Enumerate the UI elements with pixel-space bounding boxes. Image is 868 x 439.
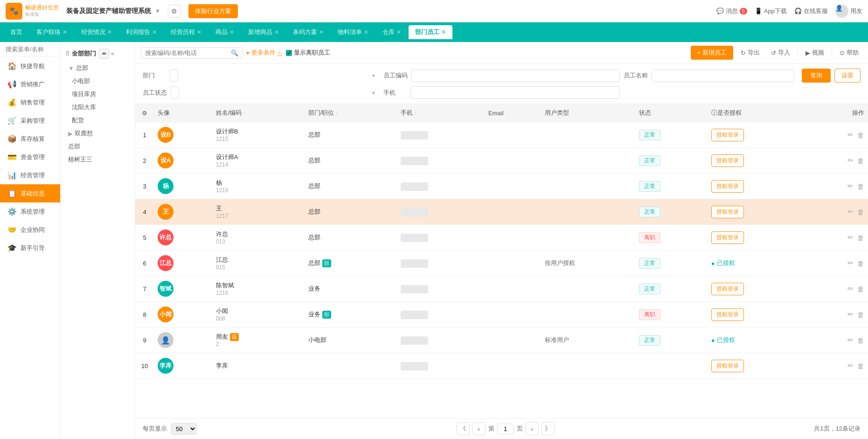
sidebar-item-basic[interactable]: 📋 基础信息 xyxy=(0,184,60,202)
auth-button[interactable]: 授权登录 xyxy=(711,154,744,167)
sidebar-item-business[interactable]: 📊 经营管理 xyxy=(0,166,60,184)
edit-btn[interactable]: ✏ xyxy=(847,208,854,216)
sidebar-item-inventory[interactable]: 📦 库存核算 xyxy=(0,130,60,148)
delete-btn[interactable]: 🗑 xyxy=(857,259,864,267)
sidebar-item-quicknav[interactable]: 🏠 快捷导航 xyxy=(0,57,60,75)
import-button[interactable]: ↺ 导入 xyxy=(767,47,794,59)
prev-page-btn[interactable]: ‹ xyxy=(472,422,486,435)
more-filter-btn[interactable]: ▾ 更多条件 △ xyxy=(246,49,282,57)
edit-dept-btn[interactable]: ✏ xyxy=(99,49,109,59)
col-settings[interactable]: ⚙ xyxy=(135,104,154,122)
col-dept[interactable]: 部门/职位 xyxy=(305,104,397,122)
auth-button[interactable]: 授权登录 xyxy=(711,180,744,193)
tab-barcode[interactable]: 条码方案 ✕ xyxy=(286,25,330,39)
dept-item-zongbu[interactable]: 总部 xyxy=(61,140,135,153)
dept-select[interactable] xyxy=(170,70,178,82)
app-download-btn[interactable]: 📱 App下载 xyxy=(755,7,787,15)
tab-department[interactable]: 部门员工 ✕ xyxy=(409,25,452,39)
search-input[interactable] xyxy=(145,49,229,56)
sidebar-item-marketing[interactable]: 📢 营销推广 xyxy=(0,75,60,93)
edit-btn[interactable]: ✏ xyxy=(847,362,854,370)
delete-btn[interactable]: 🗑 xyxy=(857,362,864,370)
delete-btn[interactable]: 🗑 xyxy=(857,208,864,216)
dept-item-xiaodian[interactable]: 小电部 xyxy=(67,75,135,88)
message-btn[interactable]: 💬 消息 5 xyxy=(716,7,747,15)
edit-btn[interactable]: ✏ xyxy=(847,310,854,319)
status-select[interactable] xyxy=(171,86,179,99)
phone-input[interactable] xyxy=(410,86,620,99)
employee-name-input[interactable] xyxy=(652,70,794,82)
close-icon[interactable]: ✕ xyxy=(197,29,201,35)
delete-btn[interactable]: 🗑 xyxy=(857,336,864,344)
auth-button[interactable]: 授权登录 xyxy=(711,360,744,372)
edit-btn[interactable]: ✏ xyxy=(847,259,854,267)
tab-profit[interactable]: 利润报告 ✕ xyxy=(119,25,163,39)
first-page-btn[interactable]: 《 xyxy=(457,422,470,435)
auth-button[interactable]: 授权登录 xyxy=(711,206,744,218)
export-button[interactable]: ↻ 导出 xyxy=(737,47,764,59)
tab-customer[interactable]: 客户联络 ✕ xyxy=(30,25,74,39)
sidebar-item-system[interactable]: ⚙️ 系统管理 xyxy=(0,202,60,221)
close-icon[interactable]: ✕ xyxy=(152,29,157,35)
sidebar-item-sales[interactable]: 💰 销售管理 xyxy=(0,93,60,111)
search-button[interactable]: 查询 xyxy=(802,69,831,83)
sidebar-item-finance[interactable]: 💳 资金管理 xyxy=(0,148,60,166)
last-page-btn[interactable]: 》 xyxy=(542,422,555,435)
tab-add-product[interactable]: 新增商品 ✕ xyxy=(242,25,285,39)
col-name[interactable]: 姓名/编码 xyxy=(212,104,305,122)
delete-btn[interactable]: 🗑 xyxy=(857,131,864,139)
edit-btn[interactable]: ✏ xyxy=(847,156,854,165)
col-phone[interactable]: 手机 xyxy=(397,104,485,122)
trial-button[interactable]: 体验行业方案 xyxy=(188,4,238,18)
employee-code-input[interactable] xyxy=(411,70,620,82)
title-dropdown-icon[interactable]: ▼ xyxy=(155,8,160,14)
edit-btn[interactable]: ✏ xyxy=(847,233,854,242)
auth-button[interactable]: 授权登录 xyxy=(711,129,744,141)
setting-button[interactable]: 设置 xyxy=(834,69,861,83)
collapse-tree-btn[interactable]: « xyxy=(111,50,114,57)
close-icon[interactable]: ✕ xyxy=(62,29,67,35)
close-icon[interactable]: ✕ xyxy=(441,29,446,35)
next-page-btn[interactable]: › xyxy=(526,422,539,435)
dept-item-shenyang[interactable]: 沈阳大库 xyxy=(67,101,135,114)
auth-button[interactable]: 授权登录 xyxy=(711,308,744,321)
show-resigned-checkbox[interactable] xyxy=(286,50,292,56)
gear-button[interactable]: ⚙ xyxy=(168,5,181,18)
view-button[interactable]: ▶ 视频 xyxy=(802,47,828,59)
dept-item-zhishu[interactable]: 植树王三 xyxy=(61,153,135,166)
tab-bom[interactable]: 物料清单 ✕ xyxy=(331,25,375,39)
tab-history[interactable]: 经营历程 ✕ xyxy=(164,25,208,39)
edit-btn[interactable]: ✏ xyxy=(847,285,854,293)
tab-product[interactable]: 商品 ✕ xyxy=(209,25,241,39)
tab-warehouse[interactable]: 仓库 ✕ xyxy=(376,25,408,39)
close-icon[interactable]: ✕ xyxy=(274,29,279,35)
dept-item-distribution[interactable]: 配货 xyxy=(67,114,135,127)
dept-item-project[interactable]: 项目库房 xyxy=(67,88,135,101)
close-icon[interactable]: ✕ xyxy=(107,29,112,35)
auth-button[interactable]: 授权登录 xyxy=(711,283,744,295)
delete-btn[interactable]: 🗑 xyxy=(857,182,864,190)
sidebar-item-collab[interactable]: 🤝 企业协同 xyxy=(0,221,60,239)
help-button[interactable]: ⊙ 帮助 xyxy=(836,47,862,59)
dept-item-headquarter[interactable]: ▼ 总部 xyxy=(61,62,135,75)
delete-btn[interactable]: 🗑 xyxy=(857,311,864,319)
delete-btn[interactable]: 🗑 xyxy=(857,285,864,293)
page-input[interactable] xyxy=(497,424,514,434)
close-icon[interactable]: ✕ xyxy=(364,29,368,35)
edit-btn[interactable]: ✏ xyxy=(847,336,854,344)
tab-operation[interactable]: 经营情况 ✕ xyxy=(75,25,118,39)
close-icon[interactable]: ✕ xyxy=(396,29,401,35)
delete-btn[interactable]: 🗑 xyxy=(857,157,864,165)
auth-button[interactable]: 授权登录 xyxy=(711,231,744,244)
edit-btn[interactable]: ✏ xyxy=(847,182,854,190)
dept-item-shuanglu[interactable]: ▶ 双鹿想 xyxy=(61,127,135,140)
edit-btn[interactable]: ✏ xyxy=(847,131,854,139)
online-service-btn[interactable]: 🎧 在线客服 xyxy=(794,7,828,15)
tab-home[interactable]: 首页 xyxy=(4,25,29,39)
per-page-select[interactable]: 50 100 xyxy=(171,423,197,435)
sidebar-item-purchase[interactable]: 🛒 采购管理 xyxy=(0,111,60,130)
sidebar-item-guide[interactable]: 🎓 新手引导 xyxy=(0,239,60,257)
close-icon[interactable]: ✕ xyxy=(319,29,324,35)
close-icon[interactable]: ✕ xyxy=(229,29,234,35)
user-area[interactable]: 👤 用友 xyxy=(835,5,862,18)
